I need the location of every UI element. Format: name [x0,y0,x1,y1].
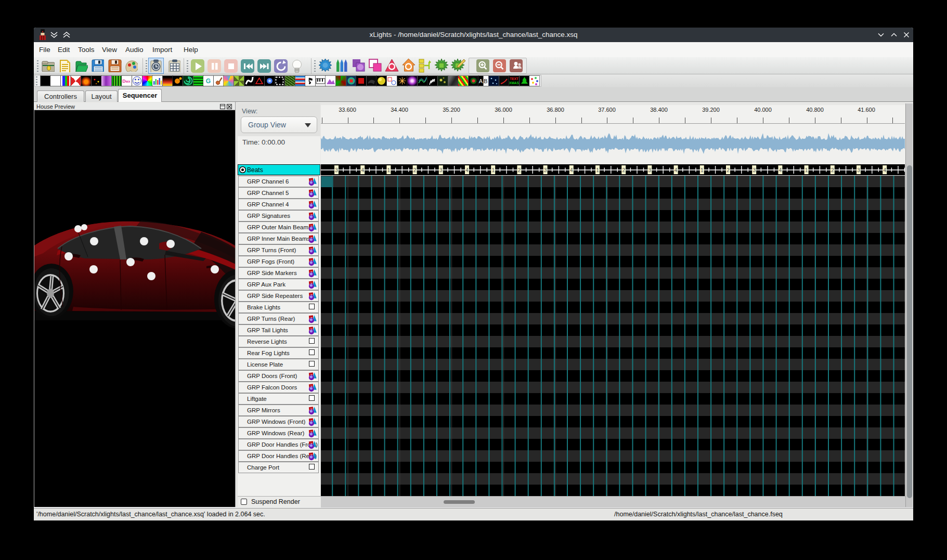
svg-text:TEXT: TEXT [510,77,518,81]
svg-text:1: 1 [805,167,808,173]
svg-text:4: 4 [883,167,886,173]
svg-text:3: 3 [753,167,756,173]
svg-text:2: 2 [727,167,730,173]
svg-text:1: 1 [596,167,599,173]
svg-text:XMAS: XMAS [509,81,519,85]
svg-text:4: 4 [361,167,364,173]
svg-text:3: 3 [335,167,338,173]
svg-text:DMX: DMX [123,79,131,84]
svg-text:1: 1 [700,167,704,173]
svg-text:2: 2 [518,167,521,173]
svg-text:4: 4 [779,167,782,173]
svg-text:3: 3 [439,167,443,173]
svg-text:2: 2 [622,167,625,173]
svg-text:4: 4 [570,167,573,173]
svg-text:3: 3 [648,167,652,173]
svg-text:4: 4 [674,167,678,173]
svg-text:2: 2 [831,167,834,173]
svg-text:3: 3 [857,167,860,173]
svg-text:2: 2 [413,167,417,173]
svg-text:B: B [484,78,488,84]
svg-text:3: 3 [544,167,547,173]
svg-text:A: A [479,78,483,84]
svg-text:G: G [206,77,211,85]
svg-text:1: 1 [387,167,391,173]
svg-text:4: 4 [465,167,469,173]
svg-text:1: 1 [491,167,495,173]
